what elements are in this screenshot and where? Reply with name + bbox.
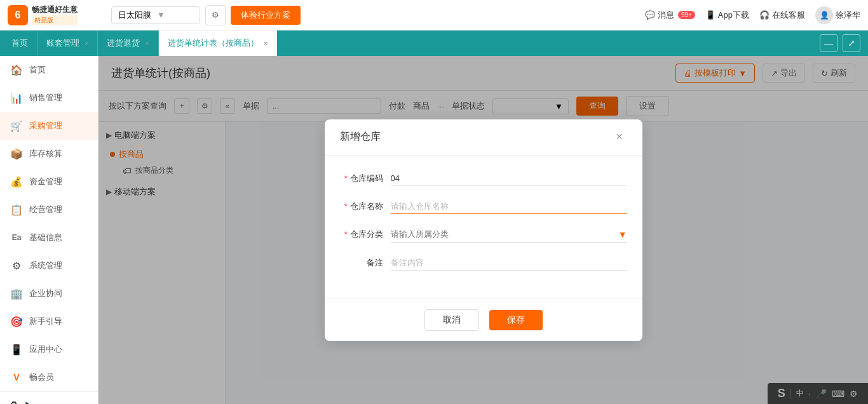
code-label: 仓库编码 [340, 173, 391, 184]
sidebar: 🏠 首页 📊 销售管理 🛒 采购管理 📦 库存核算 💰 资金管理 📋 经营管理 … [0, 56, 98, 404]
store-selector[interactable]: 日太阳膜 ▼ [111, 6, 200, 24]
tab-purchase-return-close[interactable]: × [145, 39, 149, 47]
home-icon: 🏠 [10, 64, 23, 76]
sidebar-label-system: 系统管理 [29, 260, 62, 271]
enterprise-icon: 🏢 [10, 287, 23, 300]
logo-icon: 6 [8, 5, 28, 25]
name-label: 仓库名称 [340, 201, 391, 212]
modal-title: 新增仓库 [340, 130, 381, 144]
inventory-icon: 📦 [10, 147, 23, 160]
topbar-right: 💬 消息 99+ 📱 App下载 🎧 在线客服 👤 徐泽华 [645, 6, 860, 24]
logo-area: 6 畅捷通好生意 精品版 [8, 4, 106, 25]
tab-home-label: 首页 [11, 37, 28, 49]
message-item[interactable]: 💬 消息 99+ [645, 10, 695, 21]
sidebar-item-operation[interactable]: 📋 经营管理 [0, 196, 98, 224]
tab-purchase-stats-close[interactable]: × [264, 39, 268, 47]
system-icon: ⚙ [10, 259, 23, 272]
sidebar-label-sales: 销售管理 [29, 92, 62, 104]
tab-home[interactable]: 首页 [3, 30, 37, 56]
headset-icon: 🎧 [759, 10, 770, 20]
save-button[interactable]: 保存 [489, 310, 543, 330]
modal-overlay: 新增仓库 × 仓库编码 仓库名称 仓库分类 [98, 56, 868, 404]
sidebar-item-sales[interactable]: 📊 销售管理 [0, 84, 98, 112]
tab-purchase-return[interactable]: 进货退货 × [98, 30, 158, 56]
sidebar-label-enterprise: 企业协同 [29, 288, 62, 299]
message-label: 消息 [658, 10, 674, 21]
tab-account-close[interactable]: × [85, 39, 88, 47]
sidebar-label-basic-info: 基础信息 [29, 232, 62, 243]
app-download-label: App下载 [718, 10, 749, 21]
remark-field-row: 备注 [340, 255, 627, 271]
app-icon: 📱 [705, 10, 715, 20]
modal-close-button[interactable]: × [612, 130, 627, 145]
sidebar-item-purchase[interactable]: 🛒 采购管理 [0, 112, 98, 140]
sidebar-label-home: 首页 [29, 64, 46, 76]
sidebar-label-inventory: 库存核算 [29, 148, 62, 159]
sidebar-item-finance[interactable]: 💰 资金管理 [0, 168, 98, 196]
category-input[interactable] [391, 229, 618, 239]
purchase-icon: 🛒 [10, 119, 23, 132]
sidebar-label-vip: 畅会员 [29, 372, 54, 383]
user-item[interactable]: 👤 徐泽华 [815, 6, 860, 24]
tabbar: 首页 账套管理 × 进货退货 × 进货单统计表（按商品） × — ⤢ [0, 30, 868, 56]
name-field-row: 仓库名称 [340, 199, 627, 214]
sidebar-label-guide: 新手引导 [29, 316, 62, 327]
basic-info-icon: Ea [10, 231, 23, 244]
finance-icon: 💰 [10, 175, 23, 188]
sidebar-bottom: ⚙ 🔈 [0, 391, 98, 404]
name-input[interactable] [391, 199, 627, 214]
sidebar-item-vip[interactable]: V 畅会员 [0, 363, 98, 391]
sidebar-item-basic-info[interactable]: Ea 基础信息 [0, 224, 98, 252]
main-layout: 🏠 首页 📊 销售管理 🛒 采购管理 📦 库存核算 💰 资金管理 📋 经营管理 … [0, 56, 868, 404]
vip-icon: V [10, 371, 23, 384]
category-field-row: 仓库分类 ▼ [340, 227, 627, 243]
sidebar-label-purchase: 采购管理 [29, 120, 62, 131]
store-name: 日太阳膜 [118, 10, 154, 21]
online-service-label: 在线客服 [772, 10, 805, 21]
cancel-button[interactable]: 取消 [424, 309, 479, 331]
tabbar-actions: — ⤢ [820, 34, 865, 52]
sidebar-label-apps: 应用中心 [29, 344, 62, 355]
guide-icon: 🎯 [10, 315, 23, 328]
sidebar-item-guide[interactable]: 🎯 新手引导 [0, 307, 98, 335]
remark-input[interactable] [391, 255, 627, 271]
content-area: 进货单统计(按商品) 🖨 按模板打印 ▼ ↗ 导出 ↻ 刷新 按以下方案查询 [98, 56, 868, 404]
trial-button[interactable]: 体验行业方案 [231, 6, 301, 25]
online-service-item[interactable]: 🎧 在线客服 [759, 10, 805, 21]
tab-minimize-button[interactable]: — [820, 34, 837, 52]
logo-sub: 精品版 [32, 15, 78, 25]
settings-button[interactable]: ⚙ [205, 5, 226, 25]
message-icon: 💬 [645, 10, 655, 20]
sidebar-item-apps[interactable]: 📱 应用中心 [0, 335, 98, 363]
modal-footer: 取消 保存 [325, 299, 642, 341]
message-badge: 99+ [678, 11, 695, 19]
app-download-item[interactable]: 📱 App下载 [705, 10, 749, 21]
code-input[interactable] [391, 171, 627, 186]
sidebar-item-enterprise[interactable]: 🏢 企业协同 [0, 279, 98, 307]
tab-account[interactable]: 账套管理 × [37, 30, 98, 56]
tab-expand-button[interactable]: ⤢ [843, 34, 860, 52]
tab-purchase-stats-label: 进货单统计表（按商品） [168, 37, 259, 49]
operation-icon: 📋 [10, 203, 23, 216]
tab-account-label: 账套管理 [46, 37, 79, 49]
code-field-row: 仓库编码 [340, 171, 627, 186]
sidebar-label-operation: 经营管理 [29, 204, 62, 215]
remark-label: 备注 [340, 257, 391, 269]
sidebar-item-inventory[interactable]: 📦 库存核算 [0, 140, 98, 168]
modal-header: 新增仓库 × [325, 119, 642, 156]
settings-bottom-icon[interactable]: ⚙ [10, 400, 18, 404]
add-warehouse-modal: 新增仓库 × 仓库编码 仓库名称 仓库分类 [325, 119, 642, 341]
category-select[interactable]: ▼ [391, 227, 627, 243]
avatar: 👤 [815, 6, 833, 24]
sidebar-item-system[interactable]: ⚙ 系统管理 [0, 252, 98, 279]
chevron-down-icon: ▼ [157, 10, 193, 20]
sidebar-item-home[interactable]: 🏠 首页 [0, 56, 98, 84]
topbar: 6 畅捷通好生意 精品版 日太阳膜 ▼ ⚙ 体验行业方案 💬 消息 99+ 📱 … [0, 0, 868, 30]
tab-purchase-stats[interactable]: 进货单统计表（按商品） × [159, 30, 277, 56]
tab-purchase-return-label: 进货退货 [107, 37, 140, 49]
apps-icon: 📱 [10, 343, 23, 356]
modal-body: 仓库编码 仓库名称 仓库分类 ▼ [325, 156, 642, 299]
sales-icon: 📊 [10, 91, 23, 104]
category-label: 仓库分类 [340, 229, 391, 240]
speaker-icon[interactable]: 🔈 [23, 400, 33, 404]
